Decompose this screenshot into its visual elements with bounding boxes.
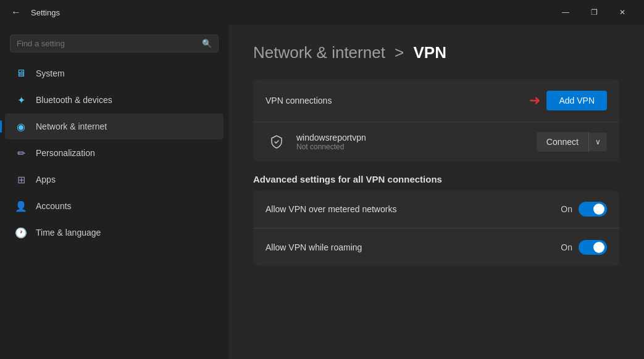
bluetooth-icon: ✦ [15,94,27,106]
add-vpn-button[interactable]: Add VPN [546,91,607,110]
sidebar-item-label: System [36,68,65,78]
sidebar-item-network[interactable]: ◉ Network & internet [5,113,224,139]
system-icon: 🖥 [15,67,27,80]
metered-networks-label: Allow VPN over metered networks [266,204,396,214]
advanced-settings-card: Allow VPN over metered networks On Allow… [253,191,619,266]
advanced-settings-title: Advanced settings for all VPN connection… [253,174,619,184]
red-arrow-icon: ➜ [529,93,540,109]
sidebar: 🔍 🖥 System ✦ Bluetooth & devices ◉ Netwo… [0,25,228,359]
metered-networks-row: Allow VPN over metered networks On [253,191,619,228]
sidebar-item-label: Bluetooth & devices [36,95,112,105]
sidebar-item-label: Network & internet [36,122,107,131]
search-input[interactable] [17,39,197,48]
vpn-entry-row: windowsreportvpn Not connected Connect ∨ [253,122,619,162]
apps-icon: ⊞ [15,173,27,186]
breadcrumb-separator: > [395,43,404,62]
maximize-button[interactable]: ❐ [580,2,608,22]
metered-toggle-container: On [561,202,607,217]
sidebar-item-time[interactable]: 🕐 Time & language [5,220,224,246]
expand-button[interactable]: ∨ [589,133,607,151]
sidebar-item-accounts[interactable]: 👤 Accounts [5,193,224,219]
sidebar-top: 🔍 [0,25,228,60]
roaming-toggle[interactable] [579,240,607,255]
vpn-controls: Connect ∨ [537,132,607,152]
time-icon: 🕐 [15,226,27,239]
vpn-connections-label: VPN connections [266,96,332,105]
back-button[interactable]: ← [7,4,25,21]
vpn-shield-icon [266,131,288,153]
sidebar-item-apps[interactable]: ⊞ Apps [5,167,224,192]
vpn-connections-card: VPN connections ➜ Add VPN windowsreportv… [253,80,619,162]
titlebar-left: ← Settings [7,4,60,21]
minimize-button[interactable]: — [551,2,580,22]
sidebar-item-label: Apps [36,175,56,184]
sidebar-item-label: Time & language [36,228,101,237]
window-controls: — ❐ ✕ [551,2,637,22]
personalization-icon: ✏ [15,147,27,159]
sidebar-nav: 🖥 System ✦ Bluetooth & devices ◉ Network… [0,60,228,246]
network-icon: ◉ [15,120,27,133]
roaming-toggle-state: On [561,242,572,252]
search-box: 🔍 [10,35,219,52]
close-button[interactable]: ✕ [608,2,637,22]
roaming-row: Allow VPN while roaming On [253,229,619,266]
roaming-label: Allow VPN while roaming [266,242,362,252]
main-layout: 🔍 🖥 System ✦ Bluetooth & devices ◉ Netwo… [0,25,644,359]
vpn-name: windowsreportvpn [296,133,528,142]
sidebar-item-system[interactable]: 🖥 System [5,60,224,86]
metered-toggle-state: On [561,204,572,214]
vpn-status: Not connected [296,142,528,151]
titlebar: ← Settings — ❐ ✕ [0,0,644,25]
roaming-toggle-container: On [561,240,607,255]
connect-button[interactable]: Connect [537,132,589,152]
add-vpn-container: ➜ Add VPN [529,91,607,110]
breadcrumb-current: VPN [414,43,446,62]
sidebar-item-bluetooth[interactable]: ✦ Bluetooth & devices [5,87,224,113]
breadcrumb: Network & internet > VPN [253,43,619,62]
sidebar-item-personalization[interactable]: ✏ Personalization [5,140,224,166]
sidebar-item-label: Personalization [36,148,95,158]
back-icon: ← [11,7,21,18]
vpn-info: windowsreportvpn Not connected [296,133,528,151]
app-title: Settings [31,8,60,17]
vpn-connections-row: VPN connections ➜ Add VPN [253,80,619,122]
metered-toggle[interactable] [579,202,607,217]
content-area: Network & internet > VPN VPN connections… [228,25,644,359]
sidebar-item-label: Accounts [36,201,72,211]
breadcrumb-parent: Network & internet [253,43,385,62]
search-icon: 🔍 [202,39,212,48]
accounts-icon: 👤 [15,200,27,212]
